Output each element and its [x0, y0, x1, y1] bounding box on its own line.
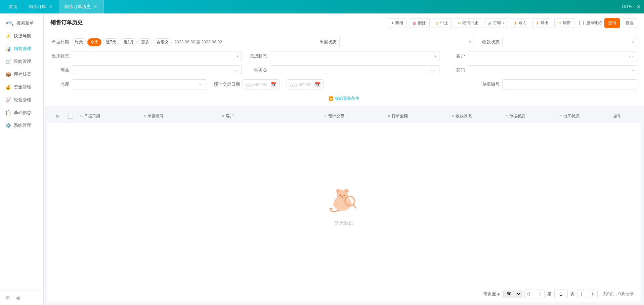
- window-close-icon[interactable]: ✕: [636, 4, 641, 10]
- th-customer[interactable]: ⇅ 客户: [219, 113, 321, 119]
- filter-row-3: 商品 ··· 业务员 ··· 部门: [50, 65, 637, 75]
- checkbox-all[interactable]: [68, 114, 73, 119]
- sidebar-item-finance[interactable]: 💰 资金管理: [0, 81, 43, 93]
- last-page-button[interactable]: ⟩⟩: [589, 290, 598, 298]
- quicknav-icon: ⚡: [5, 33, 11, 39]
- date-btn-yesterday[interactable]: 昨天: [72, 38, 86, 46]
- sidebar-item-operations[interactable]: 📈 经营管理: [0, 93, 43, 106]
- filter-goods-group: 商品 ···: [50, 65, 242, 75]
- sidebar-item-system[interactable]: ⚙️ 系统管理: [0, 119, 43, 132]
- first-page-button[interactable]: ⟨⟨: [524, 290, 533, 298]
- stop-button[interactable]: ⊘ 中止: [432, 18, 452, 28]
- delivery-date-range: yyyy-mm-dd 📅 — yyyy-mm-dd 📅: [243, 79, 324, 89]
- print-button[interactable]: 🖨 打印 ▾: [484, 18, 508, 28]
- query-button[interactable]: 查询: [604, 18, 620, 28]
- tab-sales-history-close[interactable]: ✕: [93, 4, 98, 9]
- sidebar-item-quicknav[interactable]: ⚡ 快捷导航: [0, 30, 43, 42]
- th-pay-status-sort-icon: ⇅: [452, 114, 454, 118]
- goods-more-icon[interactable]: ···: [232, 68, 239, 73]
- sidebar-item-purchase[interactable]: 🛒 采购管理: [0, 55, 43, 68]
- salesman-more-icon[interactable]: ···: [430, 68, 436, 73]
- per-page-label: 每页显示: [483, 291, 501, 297]
- th-num-label: 单据编号: [147, 113, 164, 119]
- table-checkbox-all[interactable]: [64, 114, 77, 119]
- sidebar-bottom: ⚙ ◀: [0, 290, 43, 305]
- table-settings-icon[interactable]: ⚙: [50, 114, 64, 119]
- date-btn-more[interactable]: 更多: [138, 38, 152, 46]
- delete-button[interactable]: 🗑 删除: [409, 18, 430, 28]
- purchase-icon: 🛒: [5, 59, 11, 64]
- salesman-label: 业务员: [248, 67, 267, 73]
- delivery-start-date[interactable]: yyyy-mm-dd 📅: [243, 79, 280, 89]
- th-order-status-label: 单据状态: [509, 113, 525, 119]
- th-wh-status[interactable]: ⇅ 出库状态: [557, 113, 610, 119]
- sidebar-item-basicinfo[interactable]: 📋 基础信息: [0, 106, 43, 119]
- dept-select[interactable]: [468, 65, 637, 75]
- voucher-no-input[interactable]: [502, 79, 637, 89]
- goods-label: 商品: [50, 67, 69, 73]
- filter-delivery-date-group: 预计交货日期 yyyy-mm-dd 📅 — yyyy-mm-dd 📅: [214, 79, 474, 89]
- customer-more-icon[interactable]: ···: [628, 53, 634, 59]
- refresh-label: 刷新: [563, 20, 571, 26]
- export-button[interactable]: ⬇ 导出: [532, 18, 552, 28]
- calendar-start-icon[interactable]: 📅: [271, 82, 276, 87]
- th-pay-status[interactable]: ⇅ 收款状态: [449, 113, 503, 119]
- tab-sales-history[interactable]: 销售订单历史 ✕: [59, 0, 104, 13]
- main-layout: ≡🔍 搜索菜单 ⚡ 快捷导航 📊 销售管理 🛒 采购管理 📦 库存核算 💰 资金…: [0, 13, 644, 305]
- date-btn-7days[interactable]: 近7天: [103, 38, 119, 46]
- collapse-row: 🔼 收起更多条件: [50, 93, 637, 101]
- prev-page-button[interactable]: ⟨: [536, 290, 545, 298]
- collection-status-select[interactable]: [502, 37, 637, 47]
- tab-home[interactable]: 首页: [3, 0, 23, 13]
- date-btn-today[interactable]: 今天: [87, 38, 101, 46]
- table-body: 暂无数据: [47, 123, 641, 286]
- collapse-sidebar-icon[interactable]: ◀: [15, 295, 19, 301]
- sidebar-item-sales-label: 销售管理: [14, 46, 31, 52]
- refresh-button[interactable]: ↻ 刷新: [554, 18, 574, 28]
- sidebar-item-inventory-label: 库存核算: [14, 71, 31, 77]
- sidebar: ≡🔍 搜索菜单 ⚡ 快捷导航 📊 销售管理 🛒 采购管理 📦 库存核算 💰 资金…: [0, 13, 44, 305]
- sidebar-item-inventory[interactable]: 📦 库存核算: [0, 68, 43, 81]
- empty-state: 暂无数据: [326, 183, 362, 226]
- tab-sales-order[interactable]: 销售订单 ✕: [23, 0, 59, 13]
- sidebar-item-search[interactable]: ≡🔍 搜索菜单: [0, 17, 43, 30]
- per-page-select[interactable]: 50 10 20 100: [503, 290, 522, 298]
- th-customer-label: 客户: [226, 113, 234, 119]
- show-detail-checkbox[interactable]: [579, 21, 584, 25]
- settings-bottom-icon[interactable]: ⚙: [5, 295, 10, 301]
- next-page-button[interactable]: ⟩: [577, 290, 586, 298]
- th-delivery[interactable]: ⇅ 预计交货...: [321, 113, 385, 119]
- cancel-stop-button[interactable]: ↩ 取消中止: [454, 18, 482, 28]
- voucher-status-select[interactable]: [339, 37, 474, 47]
- th-order-status[interactable]: ⇅ 单据状态: [503, 113, 556, 119]
- tab-sales-order-close[interactable]: ✕: [48, 4, 53, 9]
- th-amount[interactable]: ⇅ 订单金额: [385, 113, 448, 119]
- sidebar-item-sales[interactable]: 📊 销售管理: [0, 42, 43, 55]
- calendar-end-icon[interactable]: 📅: [315, 82, 320, 87]
- toolbar: + 新增 🗑 删除 ⊘ 中止 ↩ 取消中止: [388, 18, 637, 32]
- delivery-start-placeholder: yyyy-mm-dd: [246, 82, 267, 87]
- print-icon: 🖨: [488, 21, 492, 26]
- table-area: ⚙ ⇅ 单据日期 ⇅ 单据编号 ⇅ 客户 ⇅ 预计交货.: [47, 110, 641, 302]
- collection-status-arrow: [632, 40, 634, 44]
- th-date[interactable]: ⇅ 单据日期: [77, 113, 141, 119]
- add-button[interactable]: + 新增: [388, 18, 407, 28]
- sidebar-item-system-label: 系统管理: [14, 122, 31, 128]
- collapse-button[interactable]: 🔼 收起更多条件: [329, 96, 359, 101]
- import-button[interactable]: ⬆ 导入: [510, 18, 530, 28]
- delivery-end-date[interactable]: yyyy-mm-dd 📅: [287, 79, 324, 89]
- often-text: OfTEn: [622, 4, 634, 9]
- page-number-input[interactable]: [554, 290, 568, 298]
- settings-button[interactable]: 设置: [622, 18, 637, 28]
- complete-status-select[interactable]: [270, 51, 439, 61]
- th-num[interactable]: ⇅ 单据编号: [141, 113, 219, 119]
- wh-status-select[interactable]: [72, 51, 242, 61]
- warehouse-more-icon[interactable]: ···: [197, 82, 204, 87]
- date-btn-1month[interactable]: 近1月: [121, 38, 137, 46]
- delete-icon: 🗑: [413, 21, 417, 26]
- svg-point-5: [345, 190, 348, 192]
- date-btn-custom[interactable]: 自定义: [154, 38, 172, 46]
- voucher-status-arrow: [469, 40, 471, 44]
- show-detail-toggle[interactable]: 显示明细: [579, 20, 602, 26]
- th-wh-status-label: 出库状态: [563, 113, 579, 119]
